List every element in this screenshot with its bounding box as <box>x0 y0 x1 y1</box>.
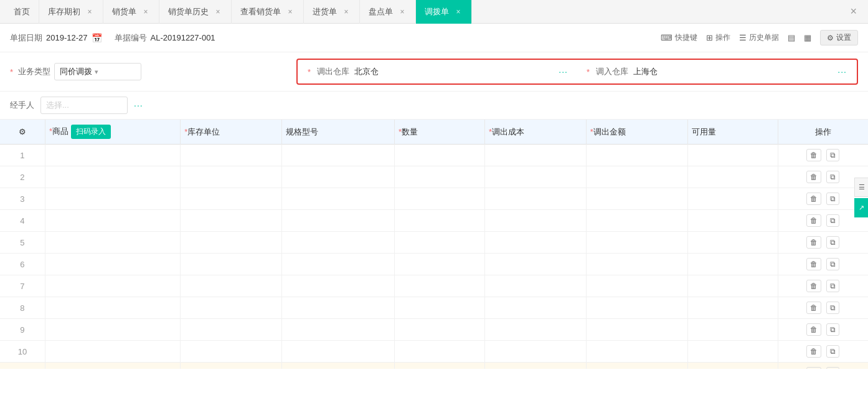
cell-amount[interactable] <box>586 254 687 275</box>
cell-product[interactable] <box>45 341 180 363</box>
cell-product[interactable] <box>45 166 180 188</box>
business-type-select[interactable]: 同价调拨 ▾ <box>54 63 141 80</box>
cell-cost[interactable] <box>484 254 586 275</box>
person-select[interactable]: 选择... <box>40 97 128 114</box>
delete-row-button[interactable]: 🗑 <box>806 214 821 227</box>
cell-cost[interactable] <box>484 145 586 166</box>
cell-product[interactable] <box>45 254 180 275</box>
cell-amount[interactable] <box>586 166 687 188</box>
delete-row-button[interactable]: 🗑 <box>806 149 821 161</box>
copy-row-button[interactable]: ⧉ <box>826 171 839 183</box>
copy-row-button[interactable]: ⧉ <box>826 258 839 270</box>
cell-product[interactable] <box>45 188 180 210</box>
cell-spec[interactable] <box>282 254 395 275</box>
cell-spec[interactable] <box>282 363 395 369</box>
warehouse-out-value[interactable]: 北京仓 <box>354 66 379 77</box>
delete-row-button[interactable]: 🗑 <box>806 236 821 249</box>
cell-product[interactable] <box>45 232 180 254</box>
cell-spec[interactable] <box>282 145 395 166</box>
cell-qty[interactable] <box>395 188 485 210</box>
layout-action[interactable]: ▤ <box>788 33 795 42</box>
cell-product[interactable] <box>45 319 180 341</box>
cell-unit[interactable] <box>181 254 282 275</box>
delete-row-button[interactable]: 🗑 <box>806 302 821 314</box>
delete-row-button[interactable]: 🗑 <box>806 258 821 270</box>
cell-qty[interactable] <box>395 232 485 254</box>
tab-close-transfer[interactable]: × <box>454 7 463 16</box>
scan-barcode-button[interactable]: 扫码录入 <box>71 125 111 139</box>
cell-available[interactable] <box>687 145 778 166</box>
tab-close-view-sales[interactable]: × <box>286 7 295 16</box>
cell-amount[interactable] <box>586 363 687 369</box>
tab-purchase-order[interactable]: 进货单× <box>304 0 360 24</box>
tab-close-inventory-check[interactable]: × <box>398 7 407 16</box>
cell-amount[interactable] <box>586 188 687 210</box>
cell-available[interactable] <box>687 166 778 188</box>
tab-close-sales-order[interactable]: × <box>141 7 150 16</box>
cell-amount[interactable] <box>586 275 687 297</box>
tab-close-inventory-init[interactable]: × <box>85 7 94 16</box>
cell-product[interactable] <box>45 145 180 166</box>
cell-unit[interactable] <box>181 297 282 319</box>
cell-qty[interactable] <box>395 341 485 363</box>
cell-available[interactable] <box>687 275 778 297</box>
cell-available[interactable] <box>687 297 778 319</box>
cell-qty[interactable] <box>395 275 485 297</box>
delete-row-button[interactable]: 🗑 <box>806 280 821 292</box>
warehouse-in-value[interactable]: 上海仓 <box>633 66 658 77</box>
cell-spec[interactable] <box>282 232 395 254</box>
cell-amount[interactable] <box>586 232 687 254</box>
cell-available[interactable] <box>687 363 778 369</box>
delete-row-button[interactable]: 🗑 <box>806 193 821 205</box>
cell-spec[interactable] <box>282 166 395 188</box>
th-settings[interactable]: ⚙ <box>0 120 45 145</box>
cell-unit[interactable] <box>181 341 282 363</box>
cell-cost[interactable] <box>484 297 586 319</box>
tab-close-sales-history[interactable]: × <box>214 7 222 16</box>
cell-spec[interactable] <box>282 297 395 319</box>
copy-row-button[interactable]: ⧉ <box>826 302 839 314</box>
cell-unit[interactable] <box>181 275 282 297</box>
tab-view-sales[interactable]: 查看销货单× <box>232 0 304 24</box>
cell-unit[interactable] <box>181 210 282 232</box>
tab-close-purchase-order[interactable]: × <box>342 7 351 16</box>
tab-inventory-init[interactable]: 库存期初× <box>39 0 103 24</box>
copy-row-button[interactable]: ⧉ <box>826 367 839 369</box>
copy-row-button[interactable]: ⧉ <box>826 345 839 358</box>
cell-qty[interactable] <box>395 297 485 319</box>
cell-available[interactable] <box>687 341 778 363</box>
cell-available[interactable] <box>687 232 778 254</box>
cell-unit[interactable] <box>181 188 282 210</box>
copy-row-button[interactable]: ⧉ <box>826 236 839 249</box>
tab-sales-history[interactable]: 销货单历史× <box>159 0 232 24</box>
cell-cost[interactable] <box>484 341 586 363</box>
cell-unit[interactable] <box>181 166 282 188</box>
cell-qty[interactable] <box>395 363 485 369</box>
tab-inventory-check[interactable]: 盘点单× <box>360 0 416 24</box>
tab-sales-order[interactable]: 销货单× <box>103 0 159 24</box>
cell-qty[interactable] <box>395 166 485 188</box>
cell-amount[interactable] <box>586 319 687 341</box>
cell-unit[interactable] <box>181 232 282 254</box>
cell-qty[interactable] <box>395 145 485 166</box>
cell-cost[interactable] <box>484 232 586 254</box>
tab-transfer[interactable]: 调拨单× <box>416 0 472 24</box>
cell-cost[interactable] <box>484 275 586 297</box>
settings-button[interactable]: ⚙ 设置 <box>820 30 858 45</box>
date-value[interactable]: 2019-12-27 <box>46 33 88 42</box>
delete-row-button[interactable]: 🗑 <box>806 171 821 183</box>
cell-cost[interactable] <box>484 319 586 341</box>
operations-action[interactable]: ⊞ 操作 <box>706 32 730 43</box>
cell-cost[interactable] <box>484 188 586 210</box>
float-expand-button[interactable]: ↗ <box>854 198 868 217</box>
delete-row-button[interactable]: 🗑 <box>806 323 821 336</box>
cell-unit[interactable] <box>181 145 282 166</box>
cell-amount[interactable] <box>586 210 687 232</box>
copy-row-button[interactable]: ⧉ <box>826 280 839 292</box>
cell-spec[interactable] <box>282 341 395 363</box>
cell-amount[interactable] <box>586 341 687 363</box>
cell-unit[interactable] <box>181 319 282 341</box>
cell-qty[interactable] <box>395 319 485 341</box>
cell-spec[interactable] <box>282 188 395 210</box>
float-list-button[interactable]: ☰ <box>854 178 868 197</box>
